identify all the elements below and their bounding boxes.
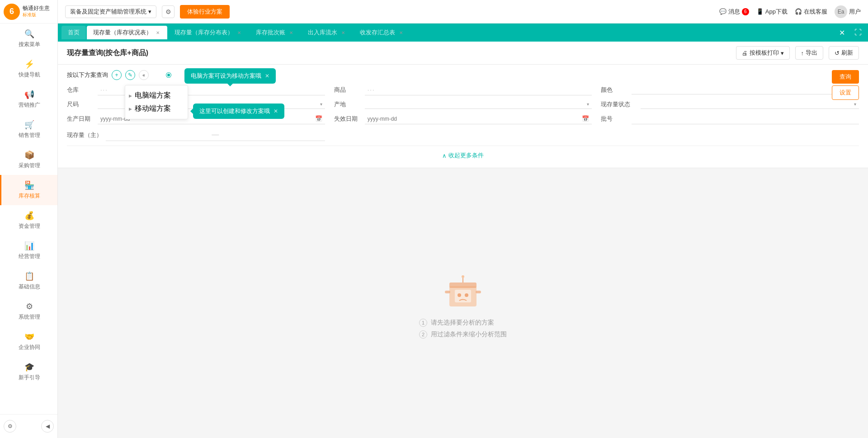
sidebar-item-guide[interactable]: 🎓 新手引导 — [0, 357, 57, 387]
search-icon: 🔍 — [24, 29, 34, 39]
calendar-icon[interactable]: 📅 — [315, 115, 322, 122]
collapse-label: 收起更多条件 — [448, 151, 484, 160]
expire-date-text[interactable] — [368, 116, 580, 122]
messages-btn[interactable]: 💬 消息 6 — [719, 8, 749, 16]
batch-input[interactable] — [632, 113, 859, 124]
chevron-down-icon: ▾ — [781, 50, 784, 57]
add-schema-btn[interactable]: + — [112, 70, 122, 80]
step1-text: 请先选择要分析的方案 — [431, 319, 494, 327]
collapse-schema-btn[interactable]: « — [139, 70, 149, 80]
tab-bar-right: ✕ ⛶ — [835, 26, 864, 39]
tab-label: 库存批次账 — [256, 28, 285, 37]
username: 用户 — [849, 8, 861, 16]
expire-date-label: 失效日期 — [334, 115, 361, 123]
edit-schema-btn[interactable]: ✎ — [125, 70, 135, 80]
tab-collect[interactable]: 收发存汇总表 ✕ — [354, 26, 410, 39]
guide-icon: 🎓 — [24, 362, 34, 372]
msg-label: 消息 — [728, 8, 740, 16]
page-actions: 🖨 按模板打印 ▾ ↑ 导出 ↺ 刷新 — [736, 46, 859, 60]
color-label: 颜色 — [601, 86, 628, 94]
tab-close-all-btn[interactable]: ✕ — [835, 26, 848, 39]
msg-badge: 6 — [742, 8, 749, 15]
sidebar-item-marketing[interactable]: 📢 营销推广 — [0, 84, 57, 114]
batch-label: 批号 — [601, 115, 628, 123]
sidebar-item-label: 新手引导 — [19, 374, 40, 381]
tab-inventory-status[interactable]: 现存量（库存状况表） ✕ — [87, 26, 167, 39]
empty-text: 1 请先选择要分析的方案 2 用过滤条件来缩小分析范围 — [419, 319, 507, 339]
sidebar-item-basic[interactable]: 📋 基础信息 — [0, 266, 57, 296]
tab-fullscreen-btn[interactable]: ⛶ — [852, 26, 864, 39]
stock-main-from[interactable] — [108, 132, 210, 138]
sidebar-item-label: 采购管理 — [19, 162, 40, 170]
schema-pc[interactable]: ▶ 电脑端方案 — [129, 89, 184, 102]
goods-select[interactable]: ··· — [365, 85, 592, 95]
main-content: 装备及固定资产辅助管理系统 ▾ ⚙ 体验行业方案 💬 消息 6 📱 App下载 … — [58, 0, 868, 438]
tab-close-icon[interactable]: ✕ — [155, 29, 161, 36]
sidebar-item-quick[interactable]: ⚡ 快捷导航 — [0, 54, 57, 84]
export-btn[interactable]: ↑ 导出 — [795, 46, 824, 60]
sidebar: 6 畅通好生意 标准版 🔍 搜索菜单 ⚡ 快捷导航 📢 营销推广 🛒 销售管理 … — [0, 0, 58, 438]
stock-status-select[interactable]: ▾ — [641, 100, 859, 109]
tab-close-icon[interactable]: ✕ — [398, 29, 404, 36]
expand-icon: ▶ — [129, 107, 132, 111]
calendar-icon[interactable]: 📅 — [582, 115, 589, 122]
settings-btn[interactable]: ⚙ — [4, 420, 16, 433]
print-btn[interactable]: 🖨 按模板打印 ▾ — [736, 46, 790, 60]
range-sep: — — [212, 131, 219, 139]
dropdown-icon: ▾ — [587, 102, 589, 107]
tab-inventory-dist[interactable]: 现存量（库存分布表） ✕ — [168, 26, 249, 39]
inventory-icon: 🏪 — [24, 180, 34, 190]
tab-close-icon[interactable]: ✕ — [288, 29, 294, 36]
refresh-btn[interactable]: ↺ 刷新 — [829, 46, 859, 60]
svg-point-4 — [465, 293, 468, 297]
tab-close-icon[interactable]: ✕ — [236, 29, 242, 36]
app-download-btn[interactable]: 📱 App下载 — [756, 8, 788, 16]
avatar: Ea — [835, 5, 847, 18]
sidebar-item-operation[interactable]: 📊 经营管理 — [0, 235, 57, 266]
expire-date-input[interactable]: 📅 — [365, 113, 592, 124]
sidebar-item-label: 快捷导航 — [19, 71, 40, 79]
color-field: 颜色 ▾ — [601, 85, 859, 95]
sidebar-item-label: 经营管理 — [19, 253, 40, 260]
purchase-icon: 📦 — [24, 150, 34, 160]
tab-inout[interactable]: 出入库流水 ✕ — [302, 26, 353, 39]
step2-text: 用过滤条件来缩小分析范围 — [431, 330, 507, 339]
svg-point-6 — [462, 275, 464, 278]
collapse-sidebar-btn[interactable]: ◀ — [41, 420, 54, 433]
sidebar-item-search[interactable]: 🔍 搜索菜单 — [0, 24, 57, 54]
sidebar-item-purchase[interactable]: 📦 采购管理 — [0, 145, 57, 175]
operation-icon: 📊 — [24, 241, 34, 251]
filter-row-4: 现存量（主） — — [67, 129, 859, 141]
schema-panel: ▶ 电脑端方案 ▶ 移动端方案 这里可以创建和修改方案哦 ✕ — [125, 85, 188, 119]
app-name: 畅通好生意 — [23, 5, 50, 12]
settings-icon-btn[interactable]: ⚙ — [162, 5, 175, 18]
tab-close-icon[interactable]: ✕ — [340, 29, 346, 36]
industry-btn[interactable]: 体验行业方案 — [180, 5, 230, 19]
page-header: 现存量查询(按仓库+商品) 🖨 按模板打印 ▾ ↑ 导出 ↺ 刷新 — [58, 42, 868, 65]
tab-batch[interactable]: 库存批次账 ✕ — [250, 26, 301, 39]
user-menu[interactable]: Ea 用户 — [835, 5, 861, 18]
query-btn[interactable]: 查询 — [832, 70, 859, 84]
sidebar-item-sales[interactable]: 🛒 销售管理 — [0, 114, 57, 145]
stock-status-field: 现存量状态 ▾ — [601, 100, 859, 109]
header-right: 💬 消息 6 📱 App下载 🎧 在线客服 Ea 用户 — [719, 5, 861, 18]
stock-main-to[interactable] — [221, 132, 322, 138]
schema-mobile[interactable]: ▶ 移动端方案 — [129, 102, 184, 115]
color-select[interactable]: ▾ — [632, 85, 859, 94]
tooltip-close-btn[interactable]: ✕ — [265, 73, 269, 79]
tab-home[interactable]: 首页 — [61, 26, 86, 39]
logo-area: 6 畅通好生意 标准版 — [0, 0, 57, 24]
reset-btn[interactable]: 设置 — [832, 85, 859, 100]
system-selector[interactable]: 装备及固定资产辅助管理系统 ▾ — [65, 5, 156, 18]
sidebar-item-finance[interactable]: 💰 资金管理 — [0, 205, 57, 235]
origin-select[interactable]: ▾ — [365, 100, 592, 109]
tab-label: 现存量（库存状况表） — [93, 28, 152, 37]
sidebar-item-label: 搜索菜单 — [19, 41, 40, 48]
online-support-btn[interactable]: 🎧 在线客服 — [795, 8, 827, 16]
sidebar-item-system[interactable]: ⚙ 系统管理 — [0, 296, 57, 326]
sidebar-item-inventory[interactable]: 🏪 库存核算 — [0, 175, 57, 205]
collapse-btn[interactable]: ∧ 收起更多条件 — [67, 149, 859, 162]
create-tooltip-close[interactable]: ✕ — [274, 108, 278, 114]
sidebar-item-enterprise[interactable]: 🤝 企业协同 — [0, 326, 57, 357]
empty-illustration — [440, 268, 486, 313]
